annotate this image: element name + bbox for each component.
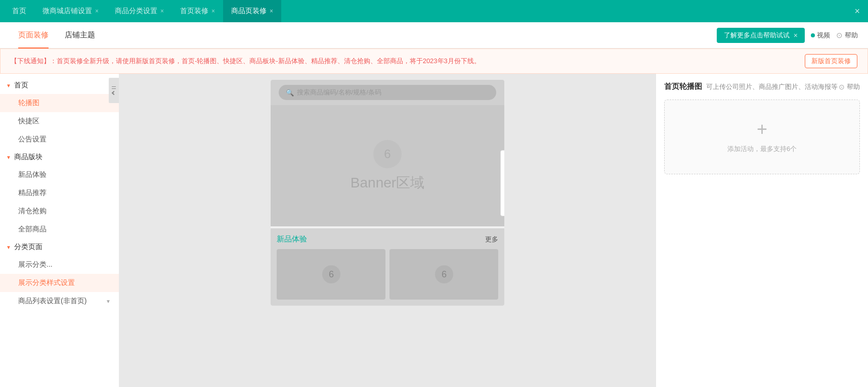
sub-header: 页面装修 店铺主题 了解更多点击帮助试试 × 视频 ⊙ 帮助 — [0, 22, 868, 49]
sub-tab-store-theme[interactable]: 店铺主题 — [57, 22, 103, 49]
svg-text:6: 6 — [328, 269, 333, 279]
nav-item-clearance-label: 清仓抢购 — [18, 207, 47, 216]
product-grid: 6 6 — [277, 249, 498, 300]
tab-category-settings-label: 商品分类设置 — [115, 7, 157, 16]
right-panel-help-label: 帮助 — [847, 82, 860, 91]
nav-item-show-category[interactable]: 展示分类... — [0, 256, 119, 274]
tab-home-label: 首页 — [12, 7, 26, 16]
sub-header-right: 了解更多点击帮助试试 × 视频 ⊙ 帮助 — [717, 28, 858, 43]
tab-home-decor-close[interactable]: × — [211, 8, 215, 15]
product-section-header: 新品体验 更多 — [277, 234, 498, 244]
nav-item-all-products-label: 全部商品 — [18, 225, 47, 234]
nav-item-shortcut[interactable]: 快捷区 — [0, 112, 119, 130]
tab-category-settings[interactable]: 商品分类设置 × — [107, 0, 172, 22]
nav-group-category[interactable]: ▼ 分类页面 — [0, 238, 119, 256]
nav-item-notice[interactable]: 公告设置 — [0, 130, 119, 149]
help-banner[interactable]: 了解更多点击帮助试试 × — [717, 28, 805, 43]
product-card-2-icon: 6 — [434, 264, 454, 284]
svg-text:6: 6 — [384, 147, 390, 161]
right-panel-title-row: 首页轮播图 可上传公司照片、商品推广图片、活动海报等 — [664, 82, 838, 91]
nav-group-home[interactable]: ▼ 首页 — [0, 77, 119, 94]
nav-item-new-exp[interactable]: 新品体验 — [0, 166, 119, 184]
product-section-title: 新品体验 — [277, 234, 307, 244]
nav-item-new-exp-label: 新品体验 — [18, 170, 47, 179]
arrow-category-icon: ▼ — [6, 245, 11, 250]
help-circle-icon: ⊙ — [839, 83, 845, 91]
nav-item-featured-label: 精品推荐 — [18, 188, 47, 198]
preview-search-bar: 🔍 搜索商品编码/名称/规格/条码 — [271, 80, 504, 105]
nav-item-banner-label: 轮播图 — [18, 99, 39, 108]
tab-home-decor-label: 首页装修 — [180, 7, 208, 16]
tab-bar: 首页 微商城店铺设置 × 商品分类设置 × 首页装修 × 商品页装修 × × — [0, 0, 868, 22]
right-panel-help-button[interactable]: ⊙ 帮助 — [839, 82, 860, 91]
nav-item-clearance[interactable]: 清仓抢购 — [0, 202, 119, 220]
nav-item-all-products[interactable]: 全部商品 — [0, 220, 119, 238]
new-version-button[interactable]: 新版首页装修 — [805, 54, 857, 68]
video-link[interactable]: 视频 — [811, 31, 830, 40]
tab-product-decor-close[interactable]: × — [270, 8, 273, 15]
right-panel-subtitle: 可上传公司照片、商品推广图片、活动海报等 — [706, 82, 838, 91]
nav-group-category-label: 分类页面 — [14, 243, 42, 252]
nav-group-products[interactable]: ▼ 商品版块 — [0, 149, 119, 166]
banner-area[interactable]: 6 Banner区域 — [271, 105, 504, 226]
nav-item-category-style[interactable]: 展示分类样式设置 — [0, 274, 119, 292]
sub-tab-page-decor-label: 页面装修 — [18, 30, 49, 40]
right-panel: 首页轮播图 可上传公司照片、商品推广图片、活动海报等 ⊙ 帮助 + 添加活动，最… — [656, 74, 868, 387]
tab-store-settings-close[interactable]: × — [95, 8, 99, 15]
search-bar-input[interactable]: 🔍 搜索商品编码/名称/规格/条码 — [279, 85, 496, 100]
upload-plus-icon: + — [757, 120, 767, 138]
help-banner-text: 了解更多点击帮助试试 — [724, 31, 790, 40]
chevron-down-icon: ▼ — [106, 299, 111, 304]
question-icon: ⊙ — [836, 31, 843, 40]
collapse-line-1 — [112, 86, 116, 87]
product-section-more: 更多 — [485, 235, 498, 244]
sidebar: ▼ 首页 轮播图 快捷区 公告设置 ▼ 商品版块 新品体验 精品推荐 — [0, 74, 119, 387]
nav-item-product-list-label: 商品列表设置(非首页) — [18, 297, 86, 306]
right-panel-title: 首页轮播图 — [664, 82, 702, 91]
product-card-1-icon: 6 — [321, 264, 341, 284]
tab-category-settings-close[interactable]: × — [160, 8, 164, 15]
collapse-line-2 — [112, 88, 116, 89]
global-close-button[interactable]: × — [850, 4, 864, 19]
phone-preview: 🔍 搜索商品编码/名称/规格/条码 6 Banner区域 — [271, 80, 504, 306]
nav-item-product-list[interactable]: 商品列表设置(非首页) ▼ — [0, 292, 119, 310]
arrow-products-icon: ▼ — [6, 155, 11, 160]
nav-item-featured[interactable]: 精品推荐 — [0, 184, 119, 202]
main-content: ▼ 首页 轮播图 快捷区 公告设置 ▼ 商品版块 新品体验 精品推荐 — [0, 74, 868, 387]
sub-tab-page-decor[interactable]: 页面装修 — [10, 22, 57, 49]
tab-store-settings[interactable]: 微商城店铺设置 × — [34, 0, 107, 22]
right-panel-header: 首页轮播图 可上传公司照片、商品推广图片、活动海报等 ⊙ 帮助 — [664, 82, 860, 91]
banner-text: Banner区域 — [351, 173, 424, 192]
preview-area: 🔍 搜索商品编码/名称/规格/条码 6 Banner区域 — [119, 74, 656, 387]
nav-group-home-label: 首页 — [14, 81, 28, 90]
qr-overlay: 扫码预览效果 — [500, 150, 504, 216]
video-label: 视频 — [817, 31, 830, 40]
upload-hint-text: 添加活动，最多支持6个 — [727, 144, 797, 154]
notice-text: 【下线通知】：首页装修全新升级，请使用新版首页装修，首页-轮播图、快捷区、商品板… — [11, 57, 805, 66]
tab-home[interactable]: 首页 — [4, 0, 34, 22]
tab-product-decor-label: 商品页装修 — [231, 7, 267, 16]
upload-area[interactable]: + 添加活动，最多支持6个 — [664, 100, 860, 174]
product-section: 新品体验 更多 6 6 — [271, 228, 504, 306]
tab-store-settings-label: 微商城店铺设置 — [42, 7, 92, 16]
product-card-2[interactable]: 6 — [389, 249, 498, 300]
nav-item-notice-label: 公告设置 — [18, 135, 47, 144]
search-icon: 🔍 — [286, 89, 294, 96]
banner-logo: 6 Banner区域 — [351, 139, 424, 192]
help-banner-close[interactable]: × — [794, 31, 798, 39]
tab-home-decor[interactable]: 首页装修 × — [172, 0, 223, 22]
tab-product-decor[interactable]: 商品页装修 × — [223, 0, 281, 22]
nav-item-show-category-label: 展示分类... — [18, 260, 53, 269]
chevron-left-icon — [112, 91, 116, 95]
video-dot-icon — [811, 33, 815, 37]
help-link[interactable]: ⊙ 帮助 — [836, 31, 858, 40]
svg-text:6: 6 — [441, 269, 446, 279]
sidebar-collapse-button[interactable] — [109, 78, 119, 103]
notice-bar: 【下线通知】：首页装修全新升级，请使用新版首页装修，首页-轮播图、快捷区、商品板… — [0, 49, 868, 74]
help-label-text: 帮助 — [845, 31, 858, 40]
product-card-1[interactable]: 6 — [277, 249, 385, 300]
sub-tab-store-theme-label: 店铺主题 — [65, 30, 95, 40]
nav-item-banner[interactable]: 轮播图 — [0, 94, 119, 112]
nav-item-shortcut-label: 快捷区 — [18, 117, 39, 126]
search-placeholder: 搜索商品编码/名称/规格/条码 — [297, 88, 381, 97]
